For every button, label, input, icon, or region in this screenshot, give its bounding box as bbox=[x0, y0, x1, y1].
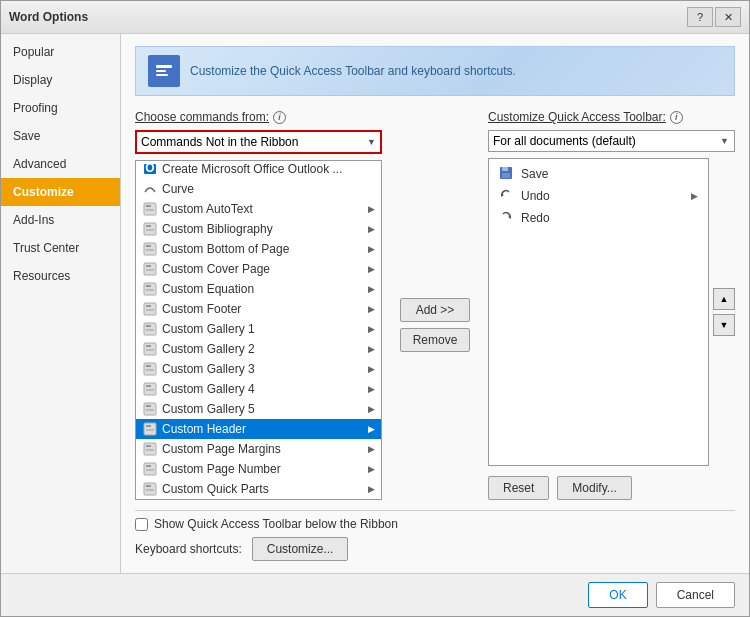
command-arrow-13: ▶ bbox=[368, 284, 375, 294]
scroll-down-button[interactable]: ▼ bbox=[713, 314, 735, 336]
command-item-19[interactable]: Custom Gallery 5▶ bbox=[136, 399, 381, 419]
sidebar-item-addins[interactable]: Add-Ins bbox=[1, 206, 120, 234]
svg-rect-24 bbox=[146, 325, 151, 327]
command-item-12[interactable]: Custom Cover Page▶ bbox=[136, 259, 381, 279]
command-arrow-14: ▶ bbox=[368, 304, 375, 314]
dialog-footer: OK Cancel bbox=[1, 573, 749, 616]
scroll-up-button[interactable]: ▲ bbox=[713, 288, 735, 310]
sidebar-item-trustcenter[interactable]: Trust Center bbox=[1, 234, 120, 262]
commands-from-label: Choose commands from: bbox=[135, 110, 269, 124]
right-bottom-buttons: Reset Modify... bbox=[488, 472, 735, 500]
right-item-2[interactable]: Redo bbox=[489, 207, 708, 229]
command-item-23[interactable]: Custom Quick Parts▶ bbox=[136, 479, 381, 499]
command-label-8: Curve bbox=[162, 182, 194, 196]
command-label-17: Custom Gallery 3 bbox=[162, 362, 255, 376]
command-icon-17 bbox=[142, 361, 158, 377]
command-item-10[interactable]: Custom Bibliography▶ bbox=[136, 219, 381, 239]
command-label-16: Custom Gallery 2 bbox=[162, 342, 255, 356]
command-label-15: Custom Gallery 1 bbox=[162, 322, 255, 336]
command-label-13: Custom Equation bbox=[162, 282, 254, 296]
sidebar-item-proofing[interactable]: Proofing bbox=[1, 94, 120, 122]
command-arrow-17: ▶ bbox=[368, 364, 375, 374]
sidebar: PopularDisplayProofingSaveAdvancedCustom… bbox=[1, 34, 121, 573]
command-item-7[interactable]: OCreate Microsoft Office Outlook ... bbox=[136, 160, 381, 179]
left-column: Choose commands from: i Commands Not in … bbox=[135, 110, 382, 500]
cancel-button[interactable]: Cancel bbox=[656, 582, 735, 608]
remove-button[interactable]: Remove bbox=[400, 328, 470, 352]
command-item-9[interactable]: Custom AutoText▶ bbox=[136, 199, 381, 219]
show-toolbar-checkbox[interactable] bbox=[135, 518, 148, 531]
right-item-label-2: Redo bbox=[521, 211, 550, 225]
command-item-15[interactable]: Custom Gallery 1▶ bbox=[136, 319, 381, 339]
command-item-20[interactable]: Custom Header▶ bbox=[136, 419, 381, 439]
sidebar-item-display[interactable]: Display bbox=[1, 66, 120, 94]
svg-rect-31 bbox=[146, 369, 154, 371]
command-icon-20 bbox=[142, 421, 158, 437]
sidebar-item-save[interactable]: Save bbox=[1, 122, 120, 150]
svg-text:O: O bbox=[145, 162, 154, 175]
commands-from-select-wrapper: Commands Not in the RibbonAll CommandsPo… bbox=[135, 130, 382, 154]
command-item-14[interactable]: Custom Footer▶ bbox=[136, 299, 381, 319]
keyboard-customize-button[interactable]: Customize... bbox=[252, 537, 349, 561]
sidebar-item-resources[interactable]: Resources bbox=[1, 262, 120, 290]
command-label-22: Custom Page Number bbox=[162, 462, 281, 476]
command-item-8[interactable]: Curve bbox=[136, 179, 381, 199]
help-button[interactable]: ? bbox=[687, 7, 713, 27]
right-item-label-1: Undo bbox=[521, 189, 550, 203]
command-arrow-12: ▶ bbox=[368, 264, 375, 274]
svg-rect-45 bbox=[146, 465, 151, 467]
command-icon-19 bbox=[142, 401, 158, 417]
svg-rect-13 bbox=[146, 249, 154, 251]
command-label-11: Custom Bottom of Page bbox=[162, 242, 289, 256]
command-item-22[interactable]: Custom Page Number▶ bbox=[136, 459, 381, 479]
add-button[interactable]: Add >> bbox=[400, 298, 470, 322]
sidebar-item-popular[interactable]: Popular bbox=[1, 38, 120, 66]
command-icon-9 bbox=[142, 201, 158, 217]
command-item-21[interactable]: Custom Page Margins▶ bbox=[136, 439, 381, 459]
modify-button[interactable]: Modify... bbox=[557, 476, 631, 500]
customize-select[interactable]: For all documents (default)For current d… bbox=[488, 130, 735, 152]
svg-rect-39 bbox=[146, 425, 151, 427]
quick-access-icon bbox=[154, 61, 174, 81]
svg-rect-48 bbox=[146, 485, 151, 487]
command-item-11[interactable]: Custom Bottom of Page▶ bbox=[136, 239, 381, 259]
svg-rect-49 bbox=[146, 489, 154, 491]
right-item-label-0: Save bbox=[521, 167, 548, 181]
svg-rect-43 bbox=[146, 449, 154, 451]
show-toolbar-label[interactable]: Show Quick Access Toolbar below the Ribb… bbox=[154, 517, 398, 531]
command-label-21: Custom Page Margins bbox=[162, 442, 281, 456]
svg-rect-12 bbox=[146, 245, 151, 247]
right-list-row: SaveUndo▶Redo ▲ ▼ bbox=[488, 158, 735, 466]
commands-from-select[interactable]: Commands Not in the RibbonAll CommandsPo… bbox=[135, 130, 382, 154]
command-item-16[interactable]: Custom Gallery 2▶ bbox=[136, 339, 381, 359]
header-description: Customize the Quick Access Toolbar and k… bbox=[190, 64, 516, 78]
command-icon-12 bbox=[142, 261, 158, 277]
svg-rect-6 bbox=[146, 205, 151, 207]
svg-rect-42 bbox=[146, 445, 151, 447]
command-item-13[interactable]: Custom Equation▶ bbox=[136, 279, 381, 299]
reset-button[interactable]: Reset bbox=[488, 476, 549, 500]
ok-button[interactable]: OK bbox=[588, 582, 647, 608]
customize-select-wrapper: For all documents (default)For current d… bbox=[488, 130, 735, 152]
header-banner: Customize the Quick Access Toolbar and k… bbox=[135, 46, 735, 96]
svg-rect-34 bbox=[146, 389, 154, 391]
command-item-18[interactable]: Custom Gallery 4▶ bbox=[136, 379, 381, 399]
command-icon-21 bbox=[142, 441, 158, 457]
right-item-0[interactable]: Save bbox=[489, 163, 708, 185]
command-icon-16 bbox=[142, 341, 158, 357]
close-button[interactable]: ✕ bbox=[715, 7, 741, 27]
sidebar-item-customize[interactable]: Customize bbox=[1, 178, 120, 206]
command-arrow-10: ▶ bbox=[368, 224, 375, 234]
command-arrow-9: ▶ bbox=[368, 204, 375, 214]
command-item-17[interactable]: Custom Gallery 3▶ bbox=[136, 359, 381, 379]
command-icon-11 bbox=[142, 241, 158, 257]
right-item-1[interactable]: Undo▶ bbox=[489, 185, 708, 207]
sidebar-item-advanced[interactable]: Advanced bbox=[1, 150, 120, 178]
right-items-list[interactable]: SaveUndo▶Redo bbox=[488, 158, 709, 466]
svg-rect-22 bbox=[146, 309, 154, 311]
commands-list[interactable]: Copy & paste settings...Copy as Picture.… bbox=[135, 160, 382, 500]
right-item-icon-1 bbox=[499, 188, 515, 204]
svg-rect-19 bbox=[146, 289, 154, 291]
title-bar-title: Word Options bbox=[9, 10, 88, 24]
command-label-18: Custom Gallery 4 bbox=[162, 382, 255, 396]
